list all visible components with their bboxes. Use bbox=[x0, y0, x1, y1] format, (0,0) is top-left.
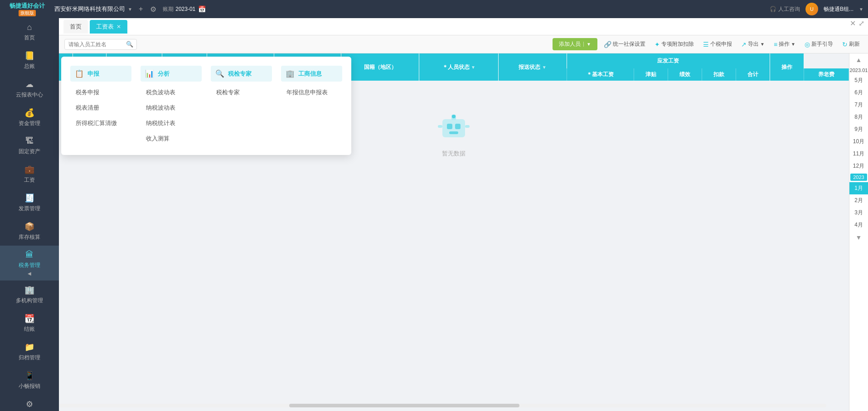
special-deduction-label: 专项附加扣除 bbox=[661, 40, 694, 48]
user-dropdown-icon[interactable]: ▼ bbox=[859, 7, 863, 12]
top-bar-actions: + ⚙ bbox=[137, 4, 158, 15]
tab-payroll[interactable]: 工资表 ✕ bbox=[90, 20, 127, 34]
year-up-button[interactable]: ▲ bbox=[849, 53, 868, 66]
company-selector[interactable]: 西安虾米网络科技有限公司 ▼ bbox=[54, 5, 132, 13]
month-11[interactable]: 11月 bbox=[849, 148, 868, 160]
top-bar: 畅捷通好会计 旗舰版 西安虾米网络科技有限公司 ▼ + ⚙ 账期 2023-01… bbox=[0, 0, 868, 18]
month-12[interactable]: 12月 bbox=[849, 160, 868, 172]
month-2[interactable]: 2月 bbox=[849, 194, 868, 207]
fund-icon: 💰 bbox=[24, 108, 34, 118]
dropdown-section-biz-info: 🏢 工商信息 年报信息申报表 bbox=[281, 66, 342, 146]
app-name: 畅捷通好会计 bbox=[10, 2, 45, 10]
archive-icon: 📁 bbox=[24, 342, 34, 352]
sidebar-item-payroll[interactable]: 💼 工资 bbox=[0, 160, 59, 189]
special-deduction-action[interactable]: ✦ 专项附加扣除 bbox=[652, 39, 697, 49]
export-arrow: ▼ bbox=[760, 42, 765, 47]
operation-action[interactable]: ≡ 操作 ▼ bbox=[771, 39, 798, 49]
th-total: 合计 bbox=[736, 68, 770, 81]
th-send-status: 报送状态 ▼ bbox=[499, 53, 567, 81]
month-3[interactable]: 3月 bbox=[849, 207, 868, 219]
window-controls: ✕ ⤢ bbox=[850, 19, 864, 28]
th-region: 国籍（地区） bbox=[341, 53, 419, 81]
sidebar-item-tax[interactable]: 🏛 税务管理 ◀ bbox=[0, 246, 59, 280]
sort-send-icon[interactable]: ▼ bbox=[542, 65, 547, 70]
section-header-declaration: 📋 申报 bbox=[70, 66, 131, 82]
tax-table-item[interactable]: 税表清册 bbox=[70, 101, 131, 115]
sidebar-item-label: 多机构管理 bbox=[16, 297, 43, 305]
settings-icon[interactable]: ⚙ bbox=[148, 4, 158, 15]
tab-home[interactable]: 首页 bbox=[63, 20, 88, 34]
guide-label: 新手引导 bbox=[811, 40, 833, 48]
user-name[interactable]: 畅捷通B组... bbox=[824, 5, 853, 13]
tax-return-action[interactable]: ☰ 个税申报 bbox=[700, 39, 735, 49]
sidebar-item-cloud-report[interactable]: ☁ 云报表中心 bbox=[0, 75, 59, 103]
support-link[interactable]: 🎧 人工咨询 bbox=[770, 5, 800, 13]
sidebar-item-ledger[interactable]: 📒 总账 bbox=[0, 46, 59, 75]
sidebar-item-fixed-asset[interactable]: 🏗 固定资产 bbox=[0, 132, 59, 160]
tax-wave-item[interactable]: 纳税波动表 bbox=[141, 101, 202, 115]
scrollbar-thumb[interactable] bbox=[289, 404, 519, 407]
tab-close-button[interactable]: ✕ bbox=[116, 24, 121, 30]
add-employee-button[interactable]: 添加人员 ▼ bbox=[553, 38, 597, 50]
ledger-icon: 📒 bbox=[24, 51, 34, 61]
year-down-button[interactable]: ▼ bbox=[849, 231, 868, 244]
add-company-button[interactable]: + bbox=[137, 4, 145, 14]
th-allowance: 津贴 bbox=[634, 68, 668, 81]
year-2023-label[interactable]: 2023 bbox=[850, 174, 867, 181]
svg-rect-1 bbox=[447, 124, 452, 129]
month-10[interactable]: 10月 bbox=[849, 135, 868, 148]
inventory-icon: 📦 bbox=[24, 222, 34, 232]
sidebar-item-multi-org[interactable]: 🏢 多机构管理 bbox=[0, 280, 59, 309]
sidebar-item-inventory[interactable]: 📦 库存核算 bbox=[0, 217, 59, 246]
sort-status-icon[interactable]: ▼ bbox=[471, 65, 475, 70]
calendar-icon[interactable]: 📅 bbox=[198, 5, 206, 13]
close-tab-button[interactable]: ✕ bbox=[850, 19, 856, 28]
add-dropdown-arrow: ▼ bbox=[583, 42, 591, 47]
sidebar-item-label: 小畅报销 bbox=[19, 382, 40, 390]
declaration-items: 税务申报 税表清册 所得税汇算清缴 bbox=[70, 85, 131, 131]
th-wage-group: 应发工资 bbox=[567, 53, 770, 68]
tax-declare-item[interactable]: 税务申报 bbox=[70, 85, 131, 100]
guide-toolbar-icon: ◎ bbox=[805, 41, 810, 48]
sidebar-item-closing[interactable]: 📆 结账 bbox=[0, 309, 59, 338]
biz-items: 年报信息申报表 bbox=[281, 85, 342, 100]
tax-return-icon: ☰ bbox=[703, 41, 709, 48]
income-calc-item[interactable]: 收入测算 bbox=[141, 131, 202, 146]
app-logo: 畅捷通好会计 旗舰版 bbox=[5, 2, 50, 16]
refresh-action[interactable]: ↻ 刷新 bbox=[839, 39, 863, 49]
month-8[interactable]: 8月 bbox=[849, 111, 868, 123]
month-1[interactable]: 1月 bbox=[849, 182, 868, 194]
sidebar-item-label: 固定资产 bbox=[19, 148, 40, 155]
month-4[interactable]: 4月 bbox=[849, 219, 868, 231]
export-action[interactable]: ↗ 导出 ▼ bbox=[738, 39, 767, 49]
sidebar-item-archive[interactable]: 📁 归档管理 bbox=[0, 338, 59, 366]
income-summary-item[interactable]: 所得税汇算清缴 bbox=[70, 116, 131, 131]
sidebar-item-fund[interactable]: 💰 资金管理 bbox=[0, 103, 59, 132]
month-9[interactable]: 9月 bbox=[849, 123, 868, 135]
closing-icon: 📆 bbox=[24, 314, 34, 324]
tax-stat-item[interactable]: 纳税统计表 bbox=[141, 116, 202, 131]
sidebar-item-mini-report[interactable]: 📱 小畅报销 bbox=[0, 366, 59, 395]
social-insurance-action[interactable]: 🔗 统一社保设置 bbox=[601, 39, 648, 49]
horizontal-scrollbar[interactable] bbox=[59, 404, 826, 407]
expert-icon: 🔍 bbox=[215, 69, 224, 78]
th-status: ＊人员状态 ▼ bbox=[419, 53, 499, 81]
tax-burden-item[interactable]: 税负波动表 bbox=[141, 85, 202, 100]
maximize-button[interactable]: ⤢ bbox=[858, 19, 864, 28]
month-7[interactable]: 7月 bbox=[849, 99, 868, 111]
month-5[interactable]: 5月 bbox=[849, 74, 868, 87]
sidebar-item-home[interactable]: ⌂ 首页 bbox=[0, 18, 59, 46]
invoice-icon: 🧾 bbox=[24, 193, 34, 203]
expert-item[interactable]: 税检专家 bbox=[211, 85, 272, 100]
th-operation: 操作 bbox=[770, 53, 804, 81]
sidebar-item-settings[interactable]: ⚙ 基础设置 bbox=[0, 395, 59, 411]
social-insurance-label: 统一社保设置 bbox=[613, 40, 645, 48]
search-icon: 🔍 bbox=[126, 41, 133, 48]
guide-action[interactable]: ◎ 新手引导 bbox=[802, 39, 836, 49]
export-label: 导出 bbox=[748, 40, 759, 48]
month-6[interactable]: 6月 bbox=[849, 87, 868, 99]
annual-report-item[interactable]: 年报信息申报表 bbox=[281, 85, 342, 100]
sidebar-item-invoice[interactable]: 🧾 发票管理 bbox=[0, 189, 59, 217]
th-base-wage: ＊基本工资 bbox=[567, 68, 634, 81]
payroll-icon: 💼 bbox=[24, 164, 34, 174]
